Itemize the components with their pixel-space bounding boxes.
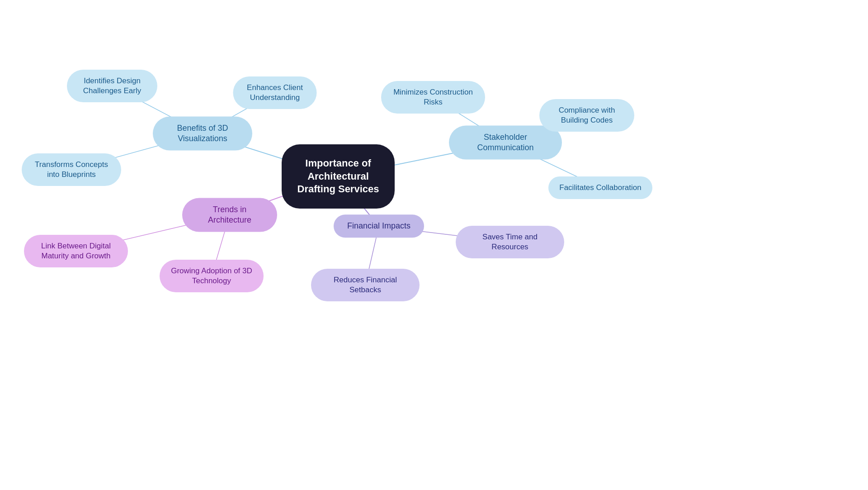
compliance-codes-node: Compliance with Building Codes bbox=[539, 99, 634, 132]
reduces-setbacks-node: Reduces Financial Setbacks bbox=[311, 269, 420, 301]
mind-map: Importance of Architectural Drafting Ser… bbox=[0, 0, 868, 490]
growing-adoption-node: Growing Adoption of 3D Technology bbox=[160, 260, 264, 292]
identifies-design-node: Identifies Design Challenges Early bbox=[67, 70, 157, 102]
transforms-concepts-node: Transforms Concepts into Blueprints bbox=[22, 153, 121, 186]
financial-node: Financial Impacts bbox=[334, 214, 424, 238]
enhances-client-node: Enhances Client Understanding bbox=[233, 76, 317, 109]
center-node: Importance of Architectural Drafting Ser… bbox=[282, 144, 395, 209]
saves-time-node: Saves Time and Resources bbox=[456, 226, 564, 258]
digital-maturity-node: Link Between Digital Maturity and Growth bbox=[24, 235, 128, 267]
minimizes-risks-node: Minimizes Construction Risks bbox=[381, 81, 485, 114]
stakeholder-node: Stakeholder Communication bbox=[449, 126, 562, 160]
facilitates-collaboration-node: Facilitates Collaboration bbox=[548, 176, 652, 199]
benefits-node: Benefits of 3D Visualizations bbox=[153, 117, 252, 151]
trends-node: Trends in Architecture bbox=[182, 198, 277, 232]
